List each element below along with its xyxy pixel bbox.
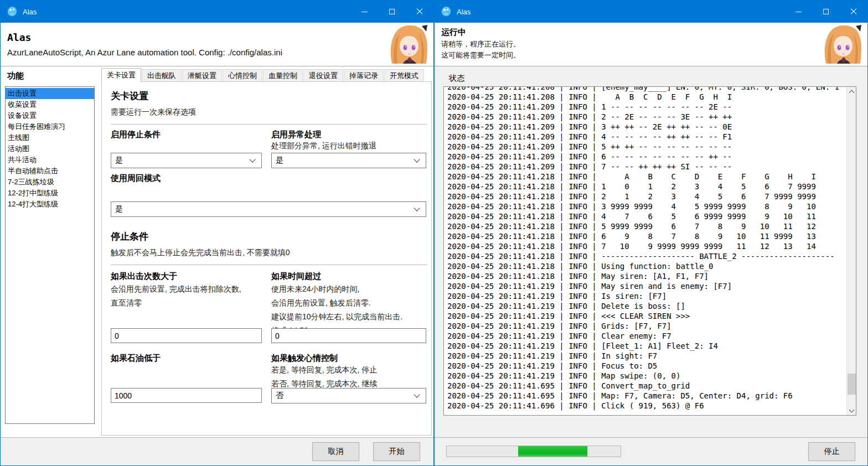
titlebar[interactable]: Alas	[1, 1, 433, 23]
log-line: 2020-04-25 20:11:41.219 | INFO | [Fleet_…	[447, 341, 846, 351]
window-title: Alas	[23, 8, 350, 16]
if-count-label: 如果出击次数大于	[111, 271, 262, 282]
minimize-icon	[361, 12, 368, 12]
log-line: 2020-04-25 20:11:41.218 | INFO | 3 9999 …	[447, 201, 846, 211]
log-line: 2020-04-25 20:11:41.218 | INFO | 1 0 1 2…	[447, 182, 846, 191]
sidebar-item[interactable]: 主线图	[6, 132, 94, 143]
tab-1[interactable]: 出击舰队	[142, 69, 182, 82]
tab-7[interactable]: 开荒模式	[384, 69, 424, 82]
loop-mode-select[interactable]: 是	[111, 201, 426, 217]
loop-mode-value: 是	[111, 204, 415, 214]
maximize-button[interactable]	[812, 1, 840, 23]
log-line: 2020-04-25 20:11:41.218 | INFO | 5 9999 …	[447, 221, 846, 231]
if-emotion-select[interactable]: 否	[271, 388, 426, 403]
scrollbar-thumb[interactable]	[848, 374, 856, 395]
log-line: 2020-04-25 20:11:41.209 | INFO | 2 -- 2E…	[447, 112, 846, 122]
sidebar-item[interactable]: 共斗活动	[6, 154, 94, 165]
sidebar-item[interactable]: 设备设置	[6, 110, 94, 121]
enable-stop-label: 启用停止条件	[111, 130, 262, 140]
log-line: 2020-04-25 20:11:41.219 | INFO | May sir…	[447, 281, 846, 291]
log-line: 2020-04-25 20:11:41.209 | INFO | 1 -- --…	[447, 102, 846, 112]
window-title: Alas	[457, 8, 784, 16]
log-line: 2020-04-25 20:11:41.209 | INFO | 3 ++ ++…	[447, 122, 846, 132]
run-header: 运行中 请稍等，程序正在运行。 这可能将需要一定时间。	[435, 23, 867, 66]
run-status-line1: 请稍等，程序正在运行。	[441, 39, 520, 49]
avatar	[389, 25, 428, 64]
sidebar-item[interactable]: 收菜设置	[6, 99, 94, 110]
log-line: 2020-04-25 20:11:41.219 | INFO | Is sire…	[447, 291, 846, 301]
close-button[interactable]	[406, 1, 433, 23]
footer-bar: 停止	[435, 437, 867, 465]
if-oil-input[interactable]	[111, 388, 262, 403]
log-viewport[interactable]: 2020-04-25 20:11:41.208 | INFO | [enemy_…	[443, 86, 856, 416]
panel-title: 关卡设置	[111, 90, 148, 102]
sidebar-item[interactable]: 12-4打大型练级	[6, 199, 94, 210]
function-listbox[interactable]: 出击设置收菜设置设备设置每日任务困难演习主线图活动图共斗活动半自动辅助点击7-2…	[5, 86, 95, 424]
enable-stop-select[interactable]: 是	[111, 153, 262, 168]
maximize-button[interactable]	[378, 1, 406, 23]
log-line: 2020-04-25 20:11:41.218 | INFO | 6 9 8 7…	[447, 231, 846, 241]
close-button[interactable]	[840, 1, 867, 23]
log-line: 2020-04-25 20:11:41.218 | INFO | 4 7 6 5…	[447, 211, 846, 221]
log-line: 2020-04-25 20:11:41.208 | INFO | A B C D…	[447, 92, 846, 102]
maximize-icon	[823, 9, 829, 14]
start-button[interactable]: 开始	[373, 442, 420, 461]
titlebar[interactable]: Alas	[435, 1, 867, 23]
cancel-button[interactable]: 取消	[312, 442, 359, 461]
if-emotion-label: 如果触发心情控制	[271, 353, 426, 364]
tab-2[interactable]: 潜艇设置	[182, 69, 222, 82]
log-line: 2020-04-25 20:11:41.219 | INFO | Focus t…	[447, 361, 846, 371]
sidebar-item[interactable]: 半自动辅助点击	[6, 165, 94, 177]
scroll-down-button[interactable]	[847, 406, 856, 415]
enable-exception-desc: 处理部分异常, 运行出错时撤退	[271, 139, 426, 153]
stop-button[interactable]: 停止	[808, 442, 855, 461]
tab-3[interactable]: 心情控制	[223, 69, 262, 82]
divider	[111, 124, 427, 125]
settings-panel: 关卡设置 需要运行一次来保存选项 启用停止条件 启用异常处理 处理部分异常, 运…	[101, 81, 432, 436]
close-icon	[850, 8, 857, 15]
sidebar-item[interactable]: 活动图	[6, 143, 94, 154]
tab-0[interactable]: 关卡设置	[101, 68, 141, 82]
tab-5[interactable]: 退役设置	[303, 69, 343, 82]
if-time-input[interactable]	[271, 328, 426, 343]
log-scrollbar[interactable]	[846, 87, 856, 415]
app-header: Alas AzurLaneAutoScript, An Azur Lane au…	[1, 23, 433, 66]
status-label: 状态	[449, 74, 464, 84]
scroll-up-button[interactable]	[847, 87, 856, 96]
log-line: 2020-04-25 20:11:41.219 | INFO | Grids: …	[447, 321, 846, 331]
log-line: 2020-04-25 20:11:41.209 | INFO | 7 -- --…	[447, 162, 846, 172]
minimize-button[interactable]	[350, 1, 378, 23]
minimize-button[interactable]	[784, 1, 812, 23]
log-line: 2020-04-25 20:11:41.218 | INFO | 7 10 9 …	[447, 241, 846, 251]
chevron-down-icon	[414, 205, 420, 211]
tab-4[interactable]: 血量控制	[263, 69, 303, 82]
log-line: 2020-04-25 20:11:41.219 | INFO | Map swi…	[447, 371, 846, 381]
tabstrip: 关卡设置出击舰队潜艇设置心情控制血量控制退役设置掉落记录开荒模式	[101, 68, 431, 82]
maximize-icon	[389, 9, 395, 14]
chevron-down-icon	[414, 391, 420, 397]
stop-section-desc: 触发后不会马上停止会先完成当前出击, 不需要就填0	[111, 246, 290, 260]
enable-exception-select[interactable]: 是	[271, 153, 426, 168]
progress-bar	[446, 446, 621, 457]
scrollbar-up-icon	[849, 90, 855, 95]
chevron-down-icon	[414, 156, 420, 162]
enable-exception-value: 是	[272, 156, 415, 165]
sidebar-item[interactable]: 每日任务困难演习	[6, 121, 94, 132]
log-line: 2020-04-25 20:11:41.219 | INFO | <<< CLE…	[447, 311, 846, 321]
sidebar-item[interactable]: 出击设置	[6, 88, 94, 99]
app-icon	[7, 6, 18, 17]
sidebar-item[interactable]: 7-2三战拣垃圾	[6, 177, 94, 188]
avatar	[823, 25, 862, 64]
panel-subtitle: 需要运行一次来保存选项	[111, 107, 196, 117]
run-status-line2: 这可能将需要一定时间。	[441, 50, 520, 60]
app-icon	[441, 6, 452, 17]
if-count-input[interactable]	[111, 328, 262, 343]
if-count-desc: 会沿用先前设置, 完成出击将扣除次数, 直至清零	[111, 282, 262, 310]
sidebar-item[interactable]: 12-2打中型练级	[6, 188, 94, 199]
tab-6[interactable]: 掉落记录	[344, 69, 384, 82]
if-emotion-value: 否	[272, 391, 415, 401]
log-line: 2020-04-25 20:11:41.219 | INFO | Clear e…	[447, 331, 846, 341]
log-line: 2020-04-25 20:11:41.218 | INFO | Using f…	[447, 261, 846, 271]
scrollbar-down-icon	[849, 407, 855, 412]
if-emotion-desc: 若是, 等待回复, 完成本次, 停止 若否, 等待回复, 完成本次, 继续	[271, 363, 426, 391]
